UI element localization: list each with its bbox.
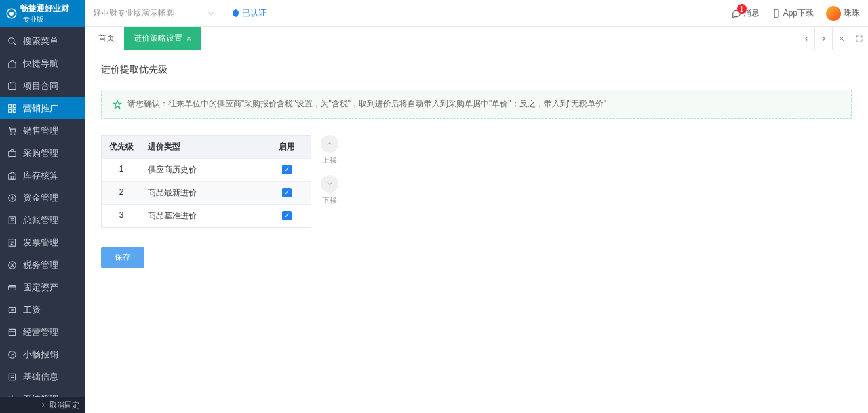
manage-icon (7, 327, 18, 338)
cell-priority: 1 (102, 159, 141, 181)
save-button[interactable]: 保存 (101, 247, 144, 268)
sidebar-label: 采购管理 (23, 147, 58, 159)
svg-rect-21 (9, 285, 16, 290)
shield-icon (231, 9, 240, 18)
sidebar-label: 小畅报销 (23, 349, 58, 361)
sidebar-item-marketing[interactable]: 营销推广 (0, 97, 85, 119)
sidebar-item-invoice[interactable]: 发票管理 (0, 231, 85, 254)
alert-icon (113, 100, 122, 109)
cell-priority: 2 (102, 182, 141, 204)
sidebar-label: 基础信息 (23, 371, 58, 383)
tab-prev-button[interactable] (797, 27, 815, 50)
tab-close-all-button[interactable] (833, 27, 850, 50)
user-menu[interactable]: 珠珠 (826, 6, 860, 21)
sidebar-label: 库存核算 (23, 170, 58, 182)
sidebar-pin-toggle[interactable]: 取消固定 (0, 397, 85, 413)
sidebar-label: 工资 (23, 304, 41, 316)
sidebar-label: 资金管理 (23, 192, 58, 204)
svg-point-11 (11, 134, 12, 134)
sidebar-item-reimburse[interactable]: 小畅报销 (0, 343, 85, 366)
move-controls: 上移 下移 (321, 135, 338, 212)
tab-next-button[interactable] (815, 27, 833, 50)
sidebar-label: 营销推广 (23, 102, 58, 115)
folder-icon (7, 81, 18, 92)
content: 进价提取优先级 请您确认：往来单位中的供应商"采购报价含税"设置，为"含税"，取… (85, 50, 868, 413)
move-up-button[interactable] (321, 135, 338, 153)
table-row[interactable]: 3 商品基准进价 ✓ (102, 204, 311, 227)
pin-icon (39, 401, 47, 409)
enable-checkbox[interactable]: ✓ (282, 211, 292, 220)
sidebar-footer-label: 取消固定 (50, 400, 79, 410)
svg-line-3 (14, 42, 16, 45)
cell-priority: 3 (102, 205, 141, 227)
close-icon[interactable]: × (186, 34, 191, 43)
move-down-label: 下移 (322, 195, 337, 205)
table-row[interactable]: 2 商品最新进价 ✓ (102, 181, 311, 204)
cell-type: 供应商历史价 (141, 159, 263, 181)
svg-rect-4 (9, 83, 16, 89)
cell-type: 商品基准进价 (141, 205, 263, 227)
search-icon (7, 36, 18, 47)
account-name: 好业财专业版演示帐套 (93, 7, 174, 19)
message-button[interactable]: 消息 1 (732, 7, 760, 19)
fullscreen-button[interactable] (850, 27, 868, 50)
svg-point-24 (12, 309, 13, 310)
svg-point-1 (10, 12, 14, 16)
sidebar-label: 固定资产 (23, 281, 58, 294)
header-priority: 优先级 (102, 136, 141, 158)
svg-rect-25 (9, 329, 15, 335)
sidebar-item-salary[interactable]: 工资 (0, 298, 85, 321)
sidebar-item-inventory[interactable]: 库存核算 (0, 164, 85, 186)
sidebar-item-project[interactable]: 项目合同 (0, 75, 85, 97)
svg-point-2 (9, 37, 14, 43)
alert: 请您确认：往来单位中的供应商"采购报价含税"设置，为"含税"，取到进价后将自动带… (101, 90, 852, 119)
header-enable: 启用 (263, 136, 311, 158)
alert-text: 请您确认：往来单位中的供应商"采购报价含税"设置，为"含税"，取到进价后将自动带… (127, 98, 606, 110)
sidebar-item-purchase[interactable]: 采购管理 (0, 142, 85, 164)
svg-rect-23 (9, 307, 15, 312)
sidebar-item-assets[interactable]: 固定资产 (0, 276, 85, 298)
account-select[interactable]: 好业财专业版演示帐套 (93, 7, 215, 19)
money-icon (7, 193, 18, 203)
download-button[interactable]: App下载 (772, 7, 814, 19)
enable-checkbox[interactable]: ✓ (282, 165, 292, 174)
sidebar-item-operations[interactable]: 经营管理 (0, 321, 85, 343)
header-type: 进价类型 (141, 136, 263, 158)
sidebar-item-ledger[interactable]: 总账管理 (0, 209, 85, 231)
sidebar-label: 快捷导航 (23, 58, 58, 70)
tab-home[interactable]: 首页 (89, 27, 124, 50)
sidebar-item-sales[interactable]: 销售管理 (0, 119, 85, 142)
home-icon (7, 58, 18, 69)
main: 好业财专业版演示帐套 已认证 消息 1 App下载 (85, 0, 868, 413)
cell-type: 商品最新进价 (141, 182, 263, 204)
sidebar-item-basicinfo[interactable]: 基础信息 (0, 366, 85, 388)
box-icon (7, 148, 18, 159)
tab-price-strategy[interactable]: 进价策略设置 × (124, 27, 201, 50)
sidebar-label: 项目合同 (23, 80, 58, 92)
sidebar: 畅捷通好业财 专业版 搜索菜单 快捷导航 项目合同 营销推广 销售管理 采购管理… (0, 0, 85, 413)
tab-label: 进价策略设置 (134, 33, 182, 44)
sidebar-label: 发票管理 (23, 237, 58, 249)
grid-icon (7, 103, 18, 114)
sidebar-label: 经营管理 (23, 326, 58, 338)
enable-checkbox[interactable]: ✓ (282, 188, 292, 197)
ledger-icon (7, 215, 18, 226)
warehouse-icon (7, 170, 18, 181)
sidebar-item-quicknav[interactable]: 快捷导航 (0, 52, 85, 75)
table-row[interactable]: 1 供应商历史价 ✓ (102, 158, 311, 181)
info-icon (7, 372, 18, 382)
sidebar-item-funds[interactable]: 资金管理 (0, 186, 85, 209)
svg-rect-10 (13, 109, 16, 112)
svg-rect-7 (9, 104, 12, 107)
sidebar-item-search[interactable]: 搜索菜单 (0, 30, 85, 52)
page-title: 进价提取优先级 (101, 64, 852, 76)
sidebar-item-system[interactable]: 系统管理 (0, 388, 85, 397)
tab-label: 首页 (98, 33, 115, 44)
sidebar-item-tax[interactable]: 税务管理 (0, 254, 85, 276)
invoice-icon (7, 237, 18, 248)
brand-edition: 专业版 (20, 15, 69, 24)
move-down-button[interactable] (321, 175, 338, 193)
topbar: 好业财专业版演示帐套 已认证 消息 1 App下载 (85, 0, 868, 27)
svg-rect-14 (11, 176, 14, 179)
move-up-label: 上移 (322, 155, 337, 165)
